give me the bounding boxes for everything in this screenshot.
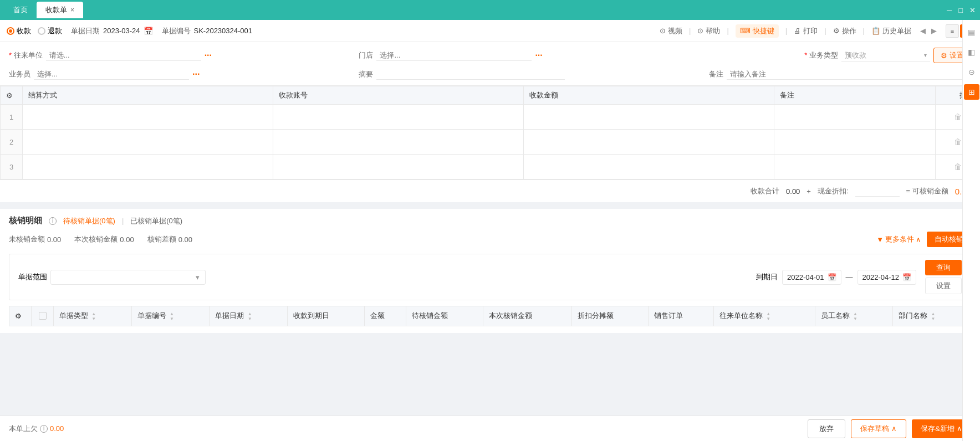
row-num-1: 1 [1, 105, 23, 130]
number-label: 单据编号 [162, 26, 191, 36]
range-select[interactable]: ▾ [50, 270, 206, 285]
diff-amount: 核销差额 0.00 [147, 234, 192, 244]
business-type-select[interactable]: 预收款 ▾ [841, 49, 930, 62]
table-row: 2 🗑 ⊕ [1, 130, 980, 155]
remark-cell-3[interactable] [774, 155, 935, 180]
sidebar-layout-icon[interactable]: ◧ [964, 44, 979, 60]
summary-label: 摘要 [359, 69, 373, 79]
sidebar-attach-icon[interactable]: ⊝ [964, 64, 979, 80]
save-draft-button[interactable]: 保存草稿 ∧ [851, 419, 906, 438]
tab-close-icon[interactable]: × [70, 6, 74, 14]
save-new-arrow-icon: ∧ [957, 424, 962, 433]
query-btn[interactable]: 查询 [925, 260, 962, 275]
lower-col-sales-order: 销售订单 [649, 306, 714, 326]
select-all-checkbox[interactable] [39, 312, 47, 320]
minimize-icon[interactable]: ─ [947, 6, 952, 14]
more-conditions-btn[interactable]: ▼ 更多条件 ∧ [876, 234, 921, 244]
settlement-cell-2[interactable] [23, 130, 273, 155]
video-btn[interactable]: ⊙ 视频 [660, 26, 682, 36]
sidebar-table-icon[interactable]: ▤ [964, 24, 979, 40]
list-view-btn[interactable]: ≡ [946, 24, 959, 38]
current-label: 本次核销金额 [74, 234, 118, 244]
account-cell-1[interactable] [273, 105, 523, 130]
lower-col-staff: 员工名称 ▲▼ [815, 306, 893, 326]
calendar-icon[interactable]: 📅 [144, 27, 153, 35]
remark-input[interactable] [727, 69, 971, 80]
store-label: 门店 [359, 50, 373, 60]
shortcut-icon: ⌨ [740, 27, 751, 35]
date-to-value: 2022-04-12 [862, 273, 900, 281]
filter-actions: 查询 设置 [925, 260, 962, 294]
filter-settings-btn[interactable]: 设置 [925, 278, 962, 294]
reconcile-info-icon[interactable]: i [49, 217, 57, 225]
bottom-info-icon[interactable]: i [40, 425, 48, 433]
radio-receipt[interactable]: 收款 [7, 26, 31, 36]
filter-icon: ▼ [876, 235, 884, 244]
delete-icon-3[interactable]: 🗑 [954, 162, 962, 171]
draft-arrow-icon: ∧ [891, 424, 897, 433]
date-to-input[interactable]: 2022-04-12 📅 [858, 270, 917, 285]
unchecked-label: 未核销金额 [9, 234, 45, 244]
done-tab[interactable]: 已核销单据(0笔) [130, 216, 182, 226]
discount-input[interactable] [855, 186, 900, 197]
sort-number-icon: ▲▼ [170, 311, 174, 321]
lower-col-sales-order-label: 销售订单 [654, 311, 683, 320]
lower-col-amount: 金额 [364, 306, 406, 326]
sort-counterpart-icon: ▲▼ [766, 311, 770, 321]
amount-cell-3[interactable] [523, 155, 774, 180]
chevron-up-icon: ∧ [916, 235, 921, 244]
delete-icon-1[interactable]: 🗑 [954, 112, 962, 121]
right-sidebar: ▤ ◧ ⊝ ⊞ [962, 20, 980, 441]
radio-refund[interactable]: 退款 [38, 26, 62, 36]
counterpart-input[interactable] [46, 50, 201, 61]
date-from-input[interactable]: 2022-04-01 📅 [782, 270, 841, 285]
staff-input[interactable] [34, 69, 189, 80]
receipt-table: ⚙ 结算方式 收款账号 收款金额 备注 操作 1 [0, 86, 980, 180]
help-btn[interactable]: ⊙ 帮助 [697, 26, 720, 36]
delete-icon-2[interactable]: 🗑 [954, 137, 962, 146]
abandon-button[interactable]: 放弃 [808, 419, 845, 438]
sort-date-icon: ▲▼ [248, 311, 252, 321]
receipt-type-radio: 收款 退款 [7, 26, 62, 36]
tab-home[interactable]: 首页 [4, 2, 37, 18]
history-btn[interactable]: 📋 历史单据 [871, 26, 911, 36]
action-btn[interactable]: ⚙ 操作 [833, 26, 856, 36]
range-field: 单据范围 ▾ [18, 270, 747, 285]
pending-tab[interactable]: 待核销单据(0笔) [63, 216, 115, 226]
staff-ellipsis[interactable]: ··· [192, 69, 200, 79]
account-cell-3[interactable] [273, 155, 523, 180]
diff-label: 核销差额 [147, 234, 176, 244]
counterpart-ellipsis[interactable]: ··· [205, 50, 212, 60]
settings-gear-icon: ⚙ [941, 52, 947, 60]
tab-receipt[interactable]: 收款单 × [37, 2, 83, 18]
window-controls: ─ □ ✕ [947, 6, 976, 14]
close-icon[interactable]: ✕ [969, 6, 976, 14]
amount-cell-2[interactable] [523, 130, 774, 155]
settlement-cell-1[interactable] [23, 105, 273, 130]
lower-col-gear[interactable]: ⚙ [9, 306, 32, 326]
settlement-cell-3[interactable] [23, 155, 273, 180]
shortcut-btn[interactable]: ⌨ 快捷键 [736, 24, 779, 38]
remark-cell-1[interactable] [774, 105, 935, 130]
store-ellipsis[interactable]: ··· [535, 50, 542, 60]
print-btn[interactable]: 🖨 打印 [794, 26, 818, 36]
lower-col-discount: 折扣分摊额 [571, 306, 649, 326]
lower-col-discount-label: 折扣分摊额 [578, 311, 614, 320]
account-cell-2[interactable] [273, 130, 523, 155]
summary-field: 摘要 [336, 69, 686, 80]
summary-input[interactable] [376, 69, 565, 80]
lower-table: ⚙ 单据类型 ▲▼ 单据编号 ▲▼ 单据日期 ▲▼ [9, 306, 971, 326]
calendar-from-icon: 📅 [828, 273, 836, 281]
sidebar-expand-icon[interactable]: ⊞ [964, 84, 979, 100]
remark-field: 备注 [687, 69, 971, 80]
amount-cell-1[interactable] [523, 105, 774, 130]
prev-arrow[interactable]: ◀ [918, 25, 928, 36]
next-arrow[interactable]: ▶ [929, 25, 939, 36]
restore-icon[interactable]: □ [958, 6, 963, 14]
lower-col-due-date-label: 收款到期日 [293, 311, 329, 320]
range-chevron: ▾ [196, 273, 200, 281]
nav-arrows: ◀ ▶ [918, 25, 939, 36]
store-input[interactable] [376, 50, 532, 61]
col-gear[interactable]: ⚙ [1, 86, 23, 105]
remark-cell-2[interactable] [774, 130, 935, 155]
